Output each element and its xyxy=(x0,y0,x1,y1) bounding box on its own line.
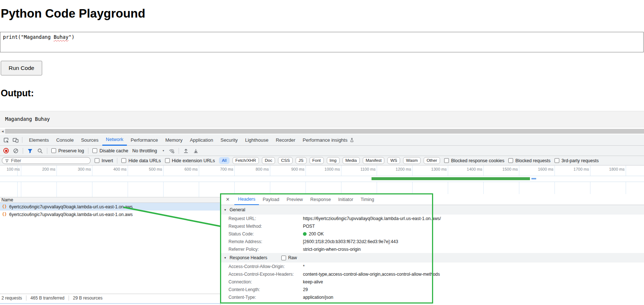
tab-lighthouse[interactable]: Lighthouse xyxy=(241,134,272,146)
timeline-tick-label: 300 ms xyxy=(57,167,92,176)
blocked-cookies-checkbox[interactable] xyxy=(444,158,449,163)
blocked-requests-label: Blocked requests xyxy=(515,158,550,163)
network-conditions-icon[interactable] xyxy=(169,148,175,154)
requests-count: 2 requests xyxy=(0,295,26,301)
timeline-tick-label: 100 ms xyxy=(0,167,21,176)
inspect-element-icon[interactable] xyxy=(3,137,9,143)
resources-size: 29 B resources xyxy=(69,295,107,301)
request-waterfall-bar[interactable] xyxy=(372,177,530,180)
divider xyxy=(47,148,47,154)
timeline-tick-label: 900 ms xyxy=(270,167,306,176)
header-row-status-code: Status Code: 200 OK xyxy=(220,230,644,238)
preserve-log-group: Preserve log xyxy=(51,148,84,153)
timeline-tick-label: 1100 ms xyxy=(341,167,377,176)
tab-network[interactable]: Network xyxy=(102,134,127,146)
disable-cache-label: Disable cache xyxy=(99,148,128,153)
transferred-size: 465 B transferred xyxy=(26,295,69,301)
export-har-icon[interactable] xyxy=(183,148,189,154)
run-code-button[interactable]: Run Code xyxy=(1,61,42,75)
invert-label: Invert xyxy=(102,158,113,163)
search-icon[interactable] xyxy=(37,148,43,154)
details-tab[interactable]: Initiator xyxy=(334,194,357,205)
disable-cache-group: Disable cache xyxy=(92,148,128,153)
tab-console[interactable]: Console xyxy=(52,134,77,146)
hide-extension-urls-label: Hide extension URLs xyxy=(172,158,215,163)
screen: Python Code Playground print("Magandang … xyxy=(0,0,644,305)
details-tabs: Headers Payload Preview Response Initiat… xyxy=(234,194,378,205)
resource-type-pill[interactable]: All xyxy=(219,157,230,164)
preserve-log-label: Preserve log xyxy=(58,148,84,153)
blocked-requests-checkbox[interactable] xyxy=(508,158,513,163)
resource-type-pill[interactable]: Other xyxy=(424,157,440,164)
network-timeline: 100 ms 200 ms 300 ms 400 ms 500 ms 600 m… xyxy=(0,165,644,197)
network-toolbar: Preserve log Disable cache No throttling… xyxy=(0,146,644,156)
resource-type-pill[interactable]: Img xyxy=(327,157,340,164)
resource-type-pills: All Fetch/XHR Doc CSS JS Font Img Media … xyxy=(219,157,440,164)
scrollbar-thumb[interactable] xyxy=(5,129,644,134)
horizontal-scrollbar[interactable]: ◀ xyxy=(0,129,644,134)
third-party-group: 3rd-party requests xyxy=(555,158,599,163)
throttling-dropdown[interactable]: No throttling ▼ xyxy=(132,148,165,153)
scrollbar-left-arrow-icon[interactable]: ◀ xyxy=(0,129,5,134)
blocked-cookies-label: Blocked response cookies xyxy=(451,158,504,163)
details-tab[interactable]: Payload xyxy=(259,194,283,205)
details-tab[interactable]: Headers xyxy=(234,194,259,205)
devtools-tabbar: Elements Console Sources Network Perform… xyxy=(0,134,644,146)
blocked-cookies-group: Blocked response cookies xyxy=(444,158,504,163)
code-text-end: ") xyxy=(69,34,74,40)
details-tab[interactable]: Response xyxy=(307,194,334,205)
timeline-tick-label: 1200 ms xyxy=(377,167,413,176)
tab-recorder[interactable]: Recorder xyxy=(272,134,299,146)
resource-type-pill[interactable]: Font xyxy=(310,157,324,164)
output-heading: Output: xyxy=(1,88,34,98)
devtools-lead-icons xyxy=(0,137,25,143)
hide-data-urls-checkbox[interactable] xyxy=(121,158,126,163)
resource-type-pill[interactable]: WS xyxy=(387,157,400,164)
record-network-log-icon[interactable] xyxy=(3,148,9,153)
header-row: Connection: keep-alive xyxy=(220,278,644,286)
code-input[interactable]: print("Magandang Buhay") xyxy=(0,32,644,52)
third-party-checkbox[interactable] xyxy=(555,158,559,163)
tab-sources[interactable]: Sources xyxy=(77,134,102,146)
invert-checkbox[interactable] xyxy=(95,158,99,163)
clear-network-log-icon[interactable] xyxy=(13,148,19,154)
filter-icon[interactable] xyxy=(27,148,33,154)
throttling-value: No throttling xyxy=(132,148,157,153)
response-headers-section-header[interactable]: ▼ Response Headers Raw xyxy=(220,253,644,263)
header-row: Remote Address: [2600:1f18:20cb:b303:f67… xyxy=(220,238,644,245)
divider xyxy=(22,137,22,143)
details-tab[interactable]: Timing xyxy=(357,194,378,205)
resource-type-pill[interactable]: Media xyxy=(343,157,360,164)
tab-security[interactable]: Security xyxy=(217,134,241,146)
timeline-ruler: 100 ms 200 ms 300 ms 400 ms 500 ms 600 m… xyxy=(0,165,644,176)
status-code-value: 200 OK xyxy=(309,231,324,237)
device-toolbar-icon[interactable] xyxy=(12,137,19,143)
preserve-log-checkbox[interactable] xyxy=(51,148,56,153)
close-icon[interactable]: ✕ xyxy=(223,197,232,202)
header-row: Access-Control-Expose-Headers: content-t… xyxy=(220,270,644,278)
tab-performance[interactable]: Performance xyxy=(127,134,161,146)
tab-application[interactable]: Application xyxy=(186,134,217,146)
tab-performance-insights[interactable]: Performance insights xyxy=(299,134,358,146)
raw-checkbox[interactable] xyxy=(281,256,286,260)
resource-type-pill[interactable]: Manifest xyxy=(363,157,384,164)
general-section-header[interactable]: ▼ General xyxy=(220,205,644,215)
resource-type-pill[interactable]: JS xyxy=(296,157,306,164)
details-tab[interactable]: Preview xyxy=(283,194,306,205)
timeline-tick-label: 800 ms xyxy=(235,167,270,176)
tab-memory[interactable]: Memory xyxy=(162,134,186,146)
tab-elements[interactable]: Elements xyxy=(25,134,52,146)
resource-type-pill[interactable]: CSS xyxy=(278,157,293,164)
resource-type-pill[interactable]: Doc xyxy=(262,157,275,164)
resource-type-pill[interactable]: Fetch/XHR xyxy=(233,157,259,164)
timeline-tick-label: 700 ms xyxy=(199,167,235,176)
hide-data-urls-group: Hide data URLs xyxy=(121,158,161,163)
divider xyxy=(117,158,117,164)
disable-cache-checkbox[interactable] xyxy=(92,148,97,153)
filter-input[interactable]: Filter xyxy=(2,157,91,164)
resource-type-pill[interactable]: Wasm xyxy=(403,157,421,164)
collapse-triangle-icon: ▼ xyxy=(224,208,227,212)
import-har-icon[interactable] xyxy=(193,148,199,154)
raw-label: Raw xyxy=(288,255,297,260)
hide-extension-urls-checkbox[interactable] xyxy=(165,158,170,163)
